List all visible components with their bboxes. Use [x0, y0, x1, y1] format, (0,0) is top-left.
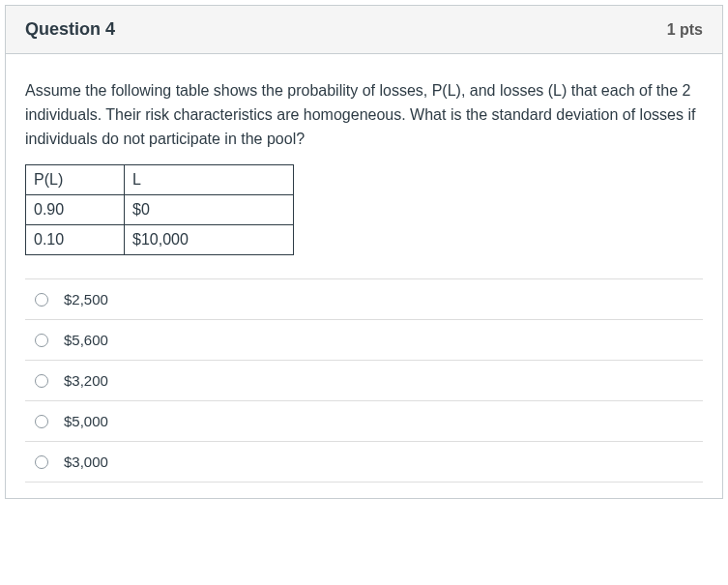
- question-card: Question 4 1 pts Assume the following ta…: [5, 5, 723, 499]
- question-points: 1 pts: [667, 21, 703, 39]
- question-header: Question 4 1 pts: [6, 6, 722, 54]
- radio-icon[interactable]: [35, 374, 48, 388]
- radio-icon[interactable]: [35, 293, 48, 307]
- answer-option[interactable]: $5,000: [25, 401, 703, 442]
- answer-list: $2,500 $5,600 $3,200 $5,000 $3,000: [25, 278, 703, 483]
- table-cell: 0.10: [26, 225, 125, 255]
- answer-label: $2,500: [64, 291, 108, 307]
- radio-icon[interactable]: [35, 415, 48, 428]
- table-row: 0.90 $0: [26, 195, 294, 225]
- table-row: 0.10 $10,000: [26, 225, 294, 255]
- question-title: Question 4: [25, 19, 115, 40]
- radio-icon[interactable]: [35, 334, 48, 347]
- answer-label: $3,000: [64, 453, 108, 470]
- table-header-l: L: [125, 165, 294, 195]
- answer-option[interactable]: $2,500: [25, 278, 703, 320]
- table-cell: $10,000: [125, 225, 294, 255]
- answer-option[interactable]: $5,600: [25, 320, 703, 361]
- table-cell: $0: [125, 195, 294, 225]
- table-row: P(L) L: [26, 165, 294, 195]
- answer-label: $5,600: [64, 332, 108, 348]
- data-table: P(L) L 0.90 $0 0.10 $10,000: [25, 164, 294, 255]
- table-header-pl: P(L): [26, 165, 125, 195]
- answer-option[interactable]: $3,000: [25, 442, 703, 483]
- answer-option[interactable]: $3,200: [25, 361, 703, 401]
- answer-label: $5,000: [64, 413, 108, 429]
- table-cell: 0.90: [26, 195, 125, 225]
- question-prompt: Assume the following table shows the pro…: [25, 79, 703, 151]
- radio-icon[interactable]: [35, 455, 48, 469]
- question-body: Assume the following table shows the pro…: [6, 54, 722, 498]
- answer-label: $3,200: [64, 372, 108, 389]
